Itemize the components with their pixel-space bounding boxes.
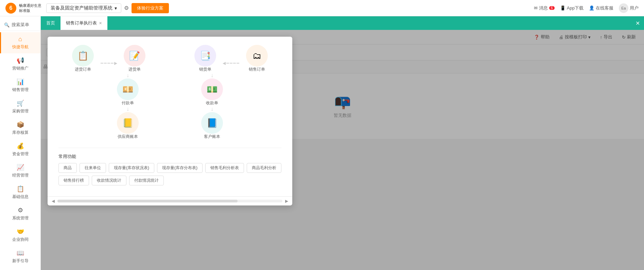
- app-download-item[interactable]: 📱 App下载: [560, 5, 584, 11]
- message-item[interactable]: ✉ 消息 6: [534, 5, 555, 11]
- enterprise-icon: 🤝: [17, 228, 24, 235]
- operations-icon: 📈: [17, 164, 24, 171]
- func-buttons-row1: 商品 往来单位 现存量(库存状况表) 现存量(库存分布表) 销售毛利分析表 商品…: [58, 163, 281, 173]
- experience-button[interactable]: 体验行业方案: [132, 3, 169, 13]
- common-funcs: 常用功能 商品 往来单位 现存量(库存状况表) 现存量(库存分布表) 销售毛利分…: [58, 148, 281, 185]
- func-btn-partner[interactable]: 往来单位: [80, 163, 106, 173]
- sidebar-item-operations[interactable]: 📈 经营管理: [0, 160, 40, 182]
- receipt-bill-circle[interactable]: 💵: [201, 78, 223, 100]
- sales-bill-circle[interactable]: 📑: [194, 45, 216, 67]
- sidebar-item-sales[interactable]: 📊 销售管理: [0, 75, 40, 96]
- finance-icon: 💰: [17, 142, 24, 150]
- payment-bill-circle[interactable]: 💴: [117, 78, 139, 100]
- sidebar-item-finance[interactable]: 💰 资金管理: [0, 139, 40, 160]
- logo-icon: 6: [5, 3, 16, 14]
- purchase-bill-col: 📝 进货单: [117, 45, 153, 72]
- basic-info-icon: 📋: [17, 185, 24, 193]
- modal-overlay: 📋 进货订单 ▶: [41, 30, 644, 270]
- flow-diagram: 📋 进货订单 ▶: [58, 45, 281, 140]
- sidebar-item-inventory[interactable]: 📦 库存核算: [0, 118, 40, 139]
- sidebar-item-enterprise[interactable]: 🤝 企业协同: [0, 224, 40, 246]
- purchase-icon: 🛒: [17, 100, 24, 107]
- system-title[interactable]: 装备及固定资产辅助管理系统 ▾: [46, 3, 121, 13]
- sales-bill-label: 销货单: [199, 67, 211, 72]
- purchase-order-label: 进货订单: [75, 67, 91, 72]
- inventory-icon: 📦: [17, 121, 24, 128]
- sidebar-item-purchase[interactable]: 🛒 采购管理: [0, 96, 40, 118]
- sidebar-item-quick-nav[interactable]: ⌂ 快捷导航: [0, 32, 40, 53]
- purchase-order-col: 📋 进货订单: [65, 45, 101, 72]
- func-btn-product-margin[interactable]: 商品毛利分析: [247, 163, 281, 173]
- payment-bill-col: 💴 付款单: [107, 78, 148, 106]
- func-btn-payment-stats[interactable]: 付款情况统计: [129, 176, 164, 185]
- receipt-bill-label: 收款单: [206, 100, 218, 106]
- search-menu[interactable]: 🔍 搜索菜单: [0, 19, 40, 31]
- customer-ledger-circle[interactable]: 📘: [201, 112, 223, 134]
- func-btn-stock-dist[interactable]: 现存量(库存分布表): [157, 163, 203, 173]
- tab-sales-order[interactable]: 销售订单执行表 ✕: [60, 16, 107, 30]
- supplier-ledger-circle[interactable]: 📒: [117, 112, 139, 134]
- main-layout: 🔍 搜索菜单 ⌂ 快捷导航 📢 营销推广 📊 销售管理 🛒 采购管理 📦 库存核…: [0, 16, 644, 270]
- sidebar-item-system[interactable]: ⚙ 系统管理: [0, 203, 40, 224]
- supplier-ledger-col: 📒 供应商账本: [107, 112, 148, 140]
- sales-order-label: 销售订单: [249, 67, 265, 72]
- header-right: ✉ 消息 6 📱 App下载 👤 在线客服 Ea 用户: [534, 3, 639, 13]
- page-content: ❓ 帮助 🖨 按模板打印 ▾ ↑ 导出 ↻ 刷新: [41, 30, 644, 270]
- common-funcs-title: 常用功能: [58, 154, 281, 160]
- scroll-right-icon[interactable]: ▶: [285, 199, 288, 203]
- user-item[interactable]: Ea 用户: [619, 3, 639, 13]
- func-btn-product[interactable]: 商品: [58, 163, 77, 173]
- tab-close-icon[interactable]: ✕: [99, 21, 102, 25]
- func-buttons-row2: 销售排行榜 收款情况统计 付款情况统计: [58, 176, 281, 185]
- purchase-order-circle[interactable]: 📋: [72, 45, 94, 67]
- scrollbar-track[interactable]: [57, 200, 282, 202]
- home-icon: ⌂: [18, 36, 22, 43]
- sales-bill-col: 📑 销货单: [188, 45, 223, 72]
- close-all-tabs-button[interactable]: ✕: [631, 20, 644, 26]
- top-header: 6 畅康通好生意 标准版 装备及固定资产辅助管理系统 ▾ ⚙ 体验行业方案 ✉ …: [0, 0, 644, 16]
- sales-icon: 📊: [17, 78, 24, 86]
- receipt-bill-col: 💵 收款单: [192, 78, 232, 106]
- logo-text: 畅康通好生意 标准版: [19, 3, 41, 13]
- customer-ledger-col: 📘 客户账本: [192, 112, 232, 140]
- sales-order-circle[interactable]: 🗂: [246, 45, 268, 67]
- tab-home[interactable]: 首页: [41, 16, 60, 30]
- sidebar-item-marketing[interactable]: 📢 营销推广: [0, 53, 40, 75]
- modal-scrollbar: ◀ ▶: [48, 196, 292, 205]
- func-btn-stock-status[interactable]: 现存量(库存状况表): [109, 163, 154, 173]
- purchase-bill-label: 进货单: [128, 67, 141, 72]
- customer-ledger-label: 客户账本: [204, 134, 220, 140]
- func-btn-sales-rank[interactable]: 销售排行榜: [58, 176, 89, 185]
- sidebar: 🔍 搜索菜单 ⌂ 快捷导航 📢 营销推广 📊 销售管理 🛒 采购管理 📦 库存核…: [0, 16, 41, 270]
- dropdown-icon: ▾: [115, 5, 117, 11]
- settings-icon[interactable]: ⚙: [124, 5, 129, 11]
- modal-body: 📋 进货订单 ▶: [48, 37, 292, 196]
- message-badge: 6: [549, 6, 555, 10]
- sidebar-item-beginner[interactable]: 📖 新手引导: [0, 246, 40, 267]
- func-btn-sales-margin[interactable]: 销售毛利分析表: [205, 163, 244, 173]
- modal-dialog: 📋 进货订单 ▶: [48, 37, 292, 205]
- logo-area: 6 畅康通好生意 标准版: [5, 3, 46, 14]
- sidebar-item-basic-info[interactable]: 📋 基础信息: [0, 182, 40, 203]
- beginner-icon: 📖: [17, 249, 24, 257]
- purchase-bill-circle[interactable]: 📝: [124, 45, 145, 67]
- tab-bar: 首页 销售订单执行表 ✕ ✕: [41, 16, 644, 30]
- message-icon: ✉: [534, 5, 538, 11]
- service-icon: 👤: [589, 5, 594, 11]
- func-btn-receipt-stats[interactable]: 收款情况统计: [92, 176, 126, 185]
- system-title-area: 装备及固定资产辅助管理系统 ▾ ⚙ 体验行业方案: [46, 3, 534, 13]
- marketing-icon: 📢: [17, 57, 24, 64]
- payment-bill-label: 付款单: [122, 100, 134, 106]
- avatar: Ea: [619, 3, 628, 13]
- system-icon: ⚙: [18, 206, 23, 214]
- scrollbar-thumb: [57, 200, 238, 202]
- sales-order-col: 🗂 销售订单: [239, 45, 275, 72]
- supplier-ledger-label: 供应商账本: [118, 134, 138, 140]
- online-service-item[interactable]: 👤 在线客服: [589, 5, 613, 11]
- scroll-left-icon[interactable]: ◀: [52, 199, 55, 203]
- mobile-icon: 📱: [560, 5, 565, 11]
- content-area: 首页 销售订单执行表 ✕ ✕ ❓ 帮助 🖨 按模板打印 ▾: [41, 16, 644, 270]
- search-icon: 🔍: [4, 22, 10, 28]
